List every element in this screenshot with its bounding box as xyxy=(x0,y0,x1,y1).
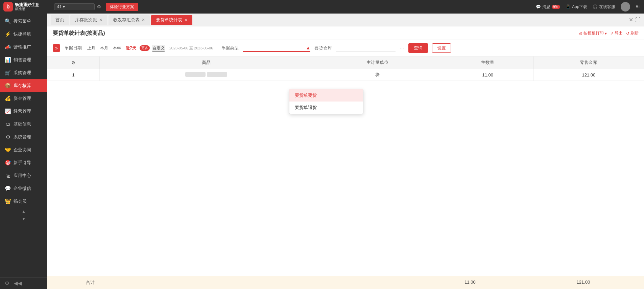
header-gear-button[interactable]: ⚙ xyxy=(95,3,103,10)
dropdown-item-yaohuo[interactable]: 要货单要货 xyxy=(289,89,363,102)
sidebar-item-marketing[interactable]: 📣营销推广 xyxy=(0,41,47,53)
filter-more-options-button[interactable]: ··· xyxy=(400,45,404,51)
sidebar-item-basic[interactable]: 🗂基础信息 xyxy=(0,118,47,131)
tab-receive-summary[interactable]: 收发存汇总表✕ xyxy=(109,15,150,25)
search-icon: 🔍 xyxy=(5,18,11,24)
date-preset-7days[interactable]: 近7天 xyxy=(124,45,138,52)
sidebar-item-label: 库存核算 xyxy=(14,83,31,89)
sidebar-item-appstore[interactable]: 🛍应用中心 xyxy=(0,169,47,182)
date-preset-last-month[interactable]: 上月 xyxy=(86,45,97,52)
sidebar-item-sales[interactable]: 📊销售管理 xyxy=(0,53,47,66)
type-select-input[interactable] xyxy=(243,45,306,51)
guide-icon: 🎯 xyxy=(5,160,11,166)
refresh-icon: ↺ xyxy=(626,31,629,36)
trial-button[interactable]: 体验行业方案 xyxy=(106,3,138,11)
sidebar-item-vip[interactable]: 👑畅会员 xyxy=(0,195,47,208)
tab-close-icon[interactable]: ✕ xyxy=(184,18,188,22)
content-area: 首页库存批次账✕收发存汇总表✕要货单统计表✕ ✕ ⛶ 要货单统计表(按商品) 🖨… xyxy=(47,14,644,289)
date-filter-label: 单据日期 xyxy=(64,45,82,51)
sidebar-item-label: 企业协同 xyxy=(14,147,31,153)
date-range-text: 2023-05-06 至 2023-06-06 xyxy=(169,46,213,51)
store-selector[interactable]: 41 ▾ xyxy=(54,3,95,10)
service-label: 在线客服 xyxy=(599,4,615,10)
print-button[interactable]: 🖨 按模板打印 ▾ xyxy=(578,30,607,36)
tab-bar-close-button[interactable]: ✕ xyxy=(629,17,633,23)
tab-inventory-batch[interactable]: 库存批次账✕ xyxy=(70,15,107,25)
sidebar-item-system[interactable]: ⚙系统管理 xyxy=(0,131,47,143)
tab-close-icon[interactable]: ✕ xyxy=(142,18,145,22)
footer-total-qty: 11.00 xyxy=(464,280,476,285)
sidebar-item-guide[interactable]: 🎯新手引导 xyxy=(0,156,47,169)
tab-home[interactable]: 首页 xyxy=(51,15,69,25)
collapse-button[interactable]: ◀◀ xyxy=(14,280,22,286)
chevron-up-icon[interactable]: ▲ xyxy=(306,45,310,50)
appstore-icon: 🛍 xyxy=(5,173,11,179)
date-presets: 上月 本月 本年 近7天 更多 自定义 xyxy=(86,45,165,52)
page-header-actions: 🖨 按模板打印 ▾ ↗ 导出 ↺ 刷新 xyxy=(578,30,639,36)
vip-icon: 👑 xyxy=(5,198,11,204)
brand-name: 畅捷通好生意 xyxy=(15,2,39,7)
sidebar-item-shortcut[interactable]: ⚡快捷导航 xyxy=(0,28,47,41)
filter-settings-button[interactable]: 设置 xyxy=(432,43,451,53)
settings-button[interactable]: ⚙ xyxy=(5,280,9,286)
tab-bar-expand-button[interactable]: ⛶ xyxy=(635,17,641,23)
refresh-button[interactable]: ↺ 刷新 xyxy=(626,30,639,36)
sidebar-footer: ⚙ ◀◀ xyxy=(0,277,47,289)
sidebar-item-purchase[interactable]: 🛒采购管理 xyxy=(0,66,47,79)
sidebar-item-inventory[interactable]: 📦库存核算 xyxy=(0,79,47,92)
messages-button[interactable]: 💬 消息 99+ xyxy=(536,4,560,10)
export-button[interactable]: ↗ 导出 xyxy=(610,30,623,36)
cell-amount: 121.00 xyxy=(533,69,644,81)
footer-cells: 合计 11.00 121.00 xyxy=(51,280,640,286)
sidebar-item-label: 资金管理 xyxy=(14,95,31,102)
table-row: 1 块 11.00 121.00 xyxy=(47,69,644,81)
filter-expand-button[interactable]: » xyxy=(53,44,60,52)
chevron-down-icon: ▾ xyxy=(605,31,607,36)
sidebar-item-label: 新手引导 xyxy=(14,160,31,166)
store-name: 41 xyxy=(57,4,62,9)
footer-total-label: 合计 xyxy=(86,280,95,285)
finance-icon: 💰 xyxy=(5,95,11,102)
column-product: 商品 xyxy=(100,57,313,69)
sidebar-item-wechat[interactable]: 💬企业微信 xyxy=(0,182,47,195)
sidebar-scroll-area: ▲ ▼ xyxy=(0,208,47,223)
sidebar-item-collab[interactable]: 🤝企业协同 xyxy=(0,143,47,156)
sidebar-item-finance[interactable]: 💰资金管理 xyxy=(0,92,47,105)
collab-icon: 🤝 xyxy=(5,147,11,153)
brand-sub: 标准版 xyxy=(15,7,39,11)
sidebar-item-operation[interactable]: 📈经营管理 xyxy=(0,105,47,118)
warehouse-filter-label: 要货仓库 xyxy=(314,45,332,51)
sidebar-scroll-down-button[interactable]: ▼ xyxy=(20,215,27,223)
online-service-button[interactable]: 🎧 在线客服 xyxy=(593,4,615,10)
tab-bar: 首页库存批次账✕收发存汇总表✕要货单统计表✕ ✕ ⛶ xyxy=(47,14,644,26)
date-custom-button[interactable]: 自定义 xyxy=(152,45,165,52)
user-name: Rit xyxy=(636,4,641,9)
sidebar-item-label: 营销推广 xyxy=(14,44,31,50)
sidebar-item-label: 企业微信 xyxy=(14,185,31,192)
basic-icon: 🗂 xyxy=(5,121,11,127)
sidebar-item-label: 搜索菜单 xyxy=(14,18,31,24)
column-gear[interactable]: ⚙ xyxy=(47,57,100,69)
date-preset-this-month[interactable]: 本月 xyxy=(99,45,110,52)
dropdown-item-tuihuo[interactable]: 要货单退货 xyxy=(289,102,363,114)
page-title: 要货单统计表(按商品) xyxy=(53,30,105,37)
query-button[interactable]: 查询 xyxy=(408,43,428,53)
main-layout: 🔍搜索菜单⚡快捷导航📣营销推广📊销售管理🛒采购管理📦库存核算💰资金管理📈经营管理… xyxy=(0,14,644,289)
tab-close-icon[interactable]: ✕ xyxy=(99,18,102,22)
table-wrapper: ⚙ 商品 主计量单位 主数量 零售金额 1 块 11.00 121.00 xyxy=(47,57,644,81)
date-preset-this-year[interactable]: 本年 xyxy=(112,45,122,52)
sidebar-scroll-up-button[interactable]: ▲ xyxy=(20,208,27,215)
messages-label: 消息 xyxy=(542,4,550,10)
sidebar-item-label: 快捷导航 xyxy=(14,31,31,37)
tab-label: 收发存汇总表 xyxy=(113,17,140,23)
avatar[interactable] xyxy=(621,2,630,12)
warehouse-select-input[interactable] xyxy=(336,45,396,51)
tab-order-summary[interactable]: 要货单统计表✕ xyxy=(151,15,192,25)
app-download-button[interactable]: 📱 App下载 xyxy=(566,4,587,10)
sidebar-item-search[interactable]: 🔍搜索菜单 xyxy=(0,15,47,28)
sidebar-item-label: 基础信息 xyxy=(14,121,31,127)
inventory-icon: 📦 xyxy=(5,83,11,89)
cell-product xyxy=(100,69,313,81)
column-unit: 主计量单位 xyxy=(313,57,442,69)
page-content: 要货单统计表(按商品) 🖨 按模板打印 ▾ ↗ 导出 ↺ 刷新 xyxy=(47,26,644,289)
